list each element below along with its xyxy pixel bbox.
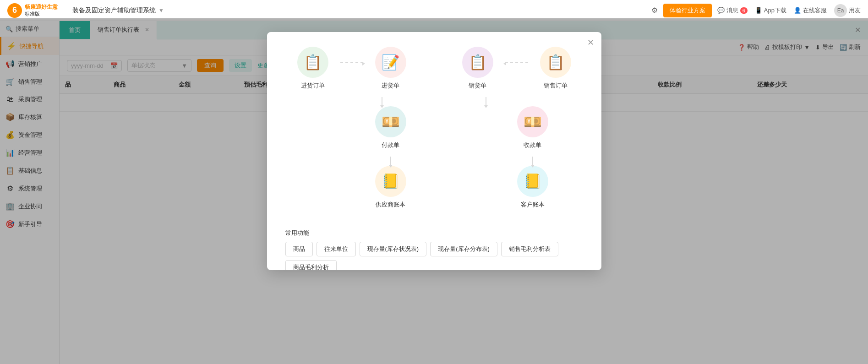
func-btn-product[interactable]: 商品 [285,242,313,256]
arrow-1 [340,62,363,74]
workflow-row-2: 💴 付款单 💴 收款单 [285,106,583,149]
purchase-bill-section: 📝 进货单 [363,47,418,90]
dashed-arrow-1 [340,62,363,63]
sales-order-icon: 📋 [540,47,571,78]
purchase-bill-item[interactable]: 📝 进货单 [363,47,418,90]
avatar: Ea [834,4,847,17]
customer-account-icon: 📒 [517,166,548,197]
system-name: 装备及固定资产辅助管理系统 ▼ [72,6,646,15]
func-btn-product-margin[interactable]: 商品毛利分析 [285,260,337,270]
func-btn-stock-dist[interactable]: 现存量(库存分布表) [430,242,497,256]
payment-section: 💴 付款单 [363,106,418,149]
supplier-account-section: 📒 供应商账本 [363,166,418,209]
modal-overlay: ✕ 📋 进货订单 [60,21,868,364]
sales-bill-section: 📋 销货单 [450,47,505,90]
purchase-order-icon: 📋 [297,47,328,78]
message-badge: 6 [740,7,748,14]
common-functions-title: 常用功能 [285,229,583,237]
purchase-bill-arrow-v [355,97,409,106]
func-btn-sales-margin[interactable]: 销售毛利分析表 [501,242,558,256]
workflow-row-3: 📒 供应商账本 📒 客户账本 [285,166,583,209]
app-download-button[interactable]: 📱 App下载 [755,6,786,15]
receipt-section: 💴 收款单 [505,106,560,149]
modal-close-button[interactable]: ✕ [587,38,594,48]
customer-account-section: 📒 客户账本 [505,166,560,209]
purchase-order-item[interactable]: 📋 进货订单 [285,47,340,90]
workflow-row-1: 📋 进货订单 📝 进货单 [285,47,583,90]
sales-order-section: 📋 销售订单 [528,47,583,90]
app-icon: 📱 [755,7,762,14]
receipt-item[interactable]: 💴 收款单 [505,106,560,149]
func-buttons-row-1: 商品 往来单位 现存量(库存状况表) 现存量(库存分布表) 销售毛利分析表 商品… [285,242,583,270]
dashed-arrow-rev [505,62,528,63]
top-right-area: 💬 消息 6 📱 App下载 👤 在线客服 Ea 用友 [717,4,861,17]
service-icon: 👤 [794,7,801,14]
user-menu[interactable]: Ea 用友 [834,4,861,17]
arrow-2 [505,62,528,74]
workflow-modal: ✕ 📋 进货订单 [267,32,601,270]
common-functions-area: 常用功能 商品 往来单位 现存量(库存状况表) 现存量(库存分布表) 销售毛利分… [267,225,601,270]
supplier-account-icon: 📒 [375,166,406,197]
purchase-bill-icon: 📝 [375,47,406,78]
func-btn-unit[interactable]: 往来单位 [317,242,356,256]
receipt-icon: 💴 [517,106,548,137]
func-btn-stock-status[interactable]: 现存量(库存状况表) [360,242,427,256]
sales-order-item[interactable]: 📋 销售订单 [528,47,583,90]
workflow-area: 📋 进货订单 📝 进货单 [267,32,601,225]
sales-bill-icon: 📋 [462,47,493,78]
sales-bill-arrow-v [459,97,513,106]
payment-icon: 💴 [375,106,406,137]
payment-item[interactable]: 💴 付款单 [363,106,418,149]
purchase-order-section: 📋 进货订单 [285,47,340,90]
customer-account-item[interactable]: 📒 客户账本 [505,166,560,209]
trial-button[interactable]: 体验行业方案 [663,4,712,17]
supplier-account-item[interactable]: 📒 供应商账本 [363,166,418,209]
system-dropdown-arrow[interactable]: ▼ [158,7,164,14]
logo-text: 畅康通好生意 标准版 [25,4,58,17]
message-icon: 💬 [717,7,725,14]
sales-bill-item[interactable]: 📋 销货单 [450,47,505,90]
arrow-row-v2 [285,157,583,166]
logo-area: 6 畅康通好生意 标准版 [7,3,67,18]
online-service-button[interactable]: 👤 在线客服 [794,6,827,15]
message-button[interactable]: 💬 消息 6 [717,6,748,15]
content-area: 首页 销售订单执行表 ✕ ✕ ❓ 帮助 [60,21,868,364]
settings-icon[interactable]: ⚙ [651,6,658,15]
arrow-row-v [285,97,583,106]
logo-icon: 6 [7,3,22,18]
